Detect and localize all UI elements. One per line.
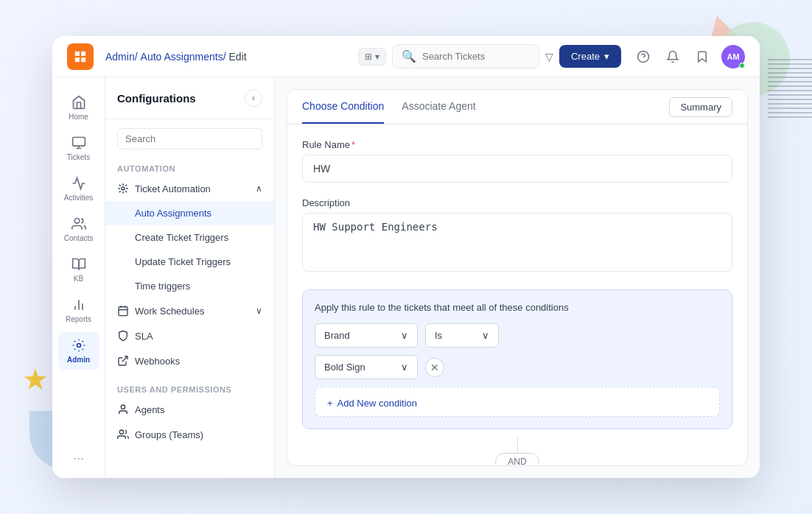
breadcrumb-edit: Edit — [229, 51, 247, 63]
topbar-icons: AM — [633, 45, 745, 68]
condition-row-2: Bold Sign ∨ ✕ — [315, 355, 720, 379]
svg-point-21 — [119, 430, 123, 434]
topbar: Admin/ Auto Assignments/ Edit ⊞ ▾ 🔍 ▽ Cr… — [52, 36, 760, 77]
menu-item-create-ticket-triggers[interactable]: Create Ticket Triggers — [105, 225, 274, 250]
rule-name-group: Rule Name * — [302, 139, 732, 183]
condition-field-chevron: ∨ — [401, 330, 408, 341]
home-icon — [71, 95, 86, 110]
summary-button[interactable]: Summary — [669, 97, 732, 117]
svg-rect-1 — [82, 52, 85, 55]
avatar-online-dot — [739, 63, 745, 68]
config-search-input[interactable] — [117, 128, 262, 149]
add-condition-button[interactable]: + Add New condition — [327, 395, 707, 409]
condition-value-text: Bold Sign — [324, 362, 365, 373]
menu-item-webhooks[interactable]: Webhooks — [105, 348, 274, 373]
search-bar-container: 🔍 — [392, 44, 539, 68]
search-input[interactable] — [422, 51, 530, 62]
svg-point-14 — [122, 187, 125, 190]
view-toggle[interactable]: ⊞ ▾ — [358, 48, 386, 66]
breadcrumb-auto[interactable]: Auto Assignments/ — [141, 51, 226, 63]
logo[interactable] — [67, 43, 94, 70]
condition-box: Apply this rule to the tickets that meet… — [302, 289, 732, 429]
sidebar-item-reports[interactable]: Reports — [58, 292, 99, 329]
bookmark-icon[interactable] — [692, 46, 713, 67]
menu-item-ticket-automation[interactable]: Ticket Automation ∧ — [105, 176, 274, 201]
reports-icon — [71, 298, 86, 312]
sidebar-item-admin[interactable]: Admin — [58, 332, 99, 370]
sidebar-item-activities[interactable]: Activities — [58, 170, 99, 208]
menu-item-sla[interactable]: SLA — [105, 323, 274, 348]
time-triggers-label: Time triggers — [135, 281, 190, 292]
description-input[interactable]: HW Support Engineers — [302, 213, 732, 272]
menu-item-groups[interactable]: Groups (Teams) — [105, 422, 274, 447]
help-icon[interactable] — [633, 46, 654, 67]
breadcrumb: Admin/ Auto Assignments/ Edit — [105, 51, 358, 63]
avatar-initials: AM — [727, 52, 739, 61]
work-schedules-chevron: ∨ — [256, 306, 262, 316]
config-title: Configurations — [117, 92, 196, 105]
work-schedules-label: Work Schedules — [135, 306, 204, 317]
svg-rect-3 — [82, 57, 85, 61]
and-connector: AND — [302, 438, 732, 465]
svg-rect-15 — [119, 307, 127, 316]
auto-assignments-label: Auto Assignments — [135, 208, 211, 219]
content-inner: Choose Condition Associate Agent Summary… — [287, 89, 748, 466]
collapse-button[interactable]: ‹ — [245, 89, 262, 107]
contacts-icon — [71, 216, 86, 231]
condition-operator-value: Is — [435, 330, 442, 341]
section-users-label: USERS AND PERMISSIONS — [105, 379, 274, 397]
automation-icon — [117, 183, 129, 194]
sla-label: SLA — [135, 331, 153, 342]
create-button[interactable]: Create ▾ — [559, 45, 621, 68]
kb-icon — [71, 257, 86, 272]
search-icon: 🔍 — [402, 49, 416, 63]
sidebar-item-home[interactable]: Home — [58, 89, 99, 127]
sidebar-item-kb[interactable]: KB — [58, 251, 99, 289]
tab-choose-condition[interactable]: Choose Condition — [302, 90, 384, 124]
create-button-chevron: ▾ — [604, 51, 609, 62]
main-layout: Home Tickets Activities — [52, 77, 760, 478]
config-panel: Configurations ‹ AUTOMATION Ticket Autom… — [105, 77, 275, 478]
condition-title: Apply this rule to the tickets that meet… — [315, 302, 720, 313]
menu-item-time-triggers[interactable]: Time triggers — [105, 274, 274, 298]
filter-icon[interactable]: ▽ — [545, 51, 553, 63]
svg-rect-2 — [76, 57, 80, 61]
section-automation-label: AUTOMATION — [105, 158, 274, 176]
and-badge: AND — [495, 453, 539, 465]
svg-point-9 — [74, 219, 80, 224]
nav-more[interactable]: ··· — [73, 451, 84, 466]
condition-operator-select[interactable]: Is ∨ — [425, 323, 499, 348]
form-area: Rule Name * Description HW Support Engin… — [287, 124, 747, 465]
svg-point-13 — [77, 344, 80, 348]
condition-row-1: Brand ∨ Is ∨ — [315, 323, 720, 348]
tab-associate-agent[interactable]: Associate Agent — [402, 90, 475, 124]
description-label: Description — [302, 197, 732, 208]
condition-field-select[interactable]: Brand ∨ — [315, 323, 418, 348]
breadcrumb-admin[interactable]: Admin/ — [105, 51, 138, 63]
condition-value-chevron: ∨ — [401, 362, 408, 373]
ticket-automation-chevron: ∧ — [256, 183, 262, 194]
add-condition-plus: + — [327, 398, 333, 409]
sidebar-item-contacts[interactable]: Contacts — [58, 211, 99, 248]
notification-icon[interactable] — [662, 46, 683, 67]
rule-name-label: Rule Name * — [302, 139, 732, 150]
condition-field-value: Brand — [324, 330, 350, 341]
description-group: Description HW Support Engineers — [302, 197, 732, 275]
rule-name-input[interactable] — [302, 155, 732, 183]
menu-item-auto-assignments[interactable]: Auto Assignments — [105, 201, 274, 225]
logo-icon — [72, 49, 88, 65]
avatar[interactable]: AM — [721, 45, 745, 68]
agent-icon — [117, 404, 129, 415]
remove-condition-button[interactable]: ✕ — [425, 358, 444, 377]
svg-point-20 — [121, 405, 125, 409]
and-line-top — [517, 438, 518, 453]
update-ticket-triggers-label: Update Ticket Triggers — [135, 256, 231, 267]
menu-item-agents[interactable]: Agents — [105, 397, 274, 422]
menu-item-update-ticket-triggers[interactable]: Update Ticket Triggers — [105, 250, 274, 274]
sidebar-item-tickets[interactable]: Tickets — [58, 130, 99, 167]
main-window: Admin/ Auto Assignments/ Edit ⊞ ▾ 🔍 ▽ Cr… — [52, 36, 760, 478]
menu-item-work-schedules[interactable]: Work Schedules ∨ — [105, 298, 274, 323]
tickets-icon — [71, 135, 86, 150]
config-search-area — [105, 119, 274, 158]
condition-value-select[interactable]: Bold Sign ∨ — [315, 355, 418, 379]
